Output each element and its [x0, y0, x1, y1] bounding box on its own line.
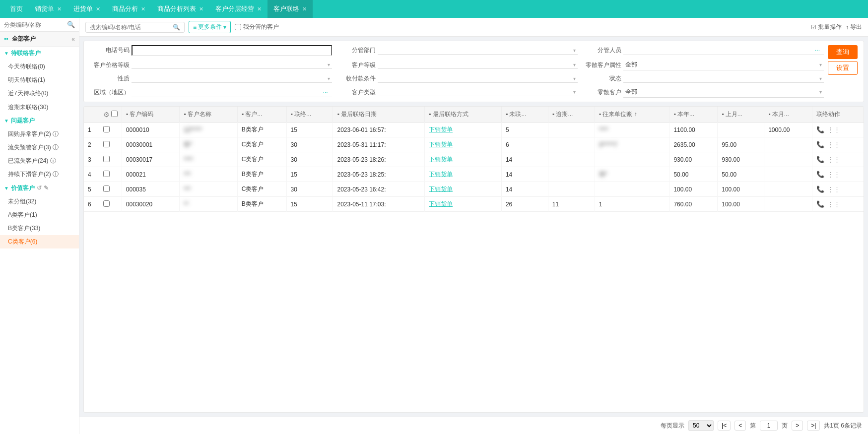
next-page-button[interactable]: > [792, 421, 803, 431]
set-button[interactable]: 设置 [828, 61, 858, 75]
col-checkbox[interactable]: ⚙ [99, 107, 122, 123]
sidebar-item-tomorrow[interactable]: 明天待联络(1) [0, 73, 79, 87]
nav-customer-contact[interactable]: 客户联络 ✕ [267, 0, 313, 18]
cell-checkbox[interactable] [99, 182, 122, 197]
row-checkbox[interactable] [103, 156, 110, 162]
sidebar-search-input[interactable] [4, 21, 67, 28]
sidebar-item-a-class[interactable]: A类客户(1) [0, 208, 79, 222]
sidebar-item-today[interactable]: 今天待联络(0) [0, 60, 79, 73]
contact-icon[interactable]: 📞 [816, 186, 824, 193]
filter-payment-select[interactable]: ▾ [378, 75, 578, 83]
first-page-button[interactable]: |< [718, 421, 731, 431]
nav-home[interactable]: 首页 [4, 0, 29, 18]
cell-no: 1 [84, 123, 99, 137]
row-checkbox[interactable] [103, 186, 110, 192]
row-checkbox[interactable] [103, 200, 110, 207]
manager-ellipsis-button[interactable]: ··· [813, 47, 822, 54]
last-method-link[interactable]: 下销货单 [429, 171, 453, 178]
filter-dept-select[interactable]: ▾ [378, 47, 578, 55]
cell-last-method[interactable]: 下销货单 [425, 137, 502, 152]
contact-icon[interactable]: 📞 [816, 200, 824, 208]
cell-last-method[interactable]: 下销货单 [425, 123, 502, 137]
last-method-link[interactable]: 下销货单 [429, 141, 453, 148]
nav-sales-order[interactable]: 销货单 ✕ [29, 0, 67, 18]
nav-product-analysis[interactable]: 商品分析 ✕ [106, 0, 151, 18]
cell-last-method[interactable]: 下销货单 [425, 197, 502, 212]
filter-customer-type-select[interactable]: ▾ [378, 88, 578, 96]
refresh-icon[interactable]: ↺ [37, 185, 42, 191]
search-input[interactable] [90, 24, 173, 31]
collapse-icon[interactable]: « [71, 36, 75, 43]
contact-icon[interactable]: 📞 [816, 141, 824, 148]
more-action-icon[interactable]: ⋮⋮ [827, 126, 840, 133]
more-action-icon[interactable]: ⋮⋮ [827, 156, 840, 163]
sidebar-item-repurchase-abnormal[interactable]: 回购异常客户(2) ⓘ [0, 127, 79, 141]
per-page-select[interactable]: 50 100 [688, 420, 714, 431]
cell-last-method[interactable]: 下销货单 [425, 152, 502, 167]
select-all-checkbox[interactable] [111, 111, 118, 117]
cell-last-method[interactable]: 下销货单 [425, 167, 502, 182]
nav-customer-tier[interactable]: 客户分层经营 ✕ [209, 0, 267, 18]
sidebar-item-ungrouped[interactable]: 未分组(32) [0, 195, 79, 208]
cell-last-method[interactable]: 下销货单 [425, 182, 502, 197]
filter-customer-level-select[interactable]: ▾ [378, 61, 578, 69]
close-icon[interactable]: ✕ [96, 6, 100, 12]
nav-product-list[interactable]: 商品分析列表 ✕ [151, 0, 209, 18]
more-action-icon[interactable]: ⋮⋮ [827, 186, 840, 193]
row-checkbox[interactable] [103, 141, 110, 147]
cell-type: B类客户 [237, 167, 286, 182]
sidebar-item-overdue[interactable]: 逾期未联络(30) [0, 101, 79, 114]
sidebar-item-7days[interactable]: 近7天待联络(0) [0, 87, 79, 100]
last-method-link[interactable]: 下销货单 [429, 156, 453, 163]
prev-page-button[interactable]: < [734, 421, 746, 431]
filter-status-select[interactable]: ▾ [623, 75, 824, 83]
more-action-icon[interactable]: ⋮⋮ [827, 171, 840, 178]
more-action-icon[interactable]: ⋮⋮ [827, 141, 840, 148]
more-filter-button[interactable]: ≡ 更多条件 ▾ [189, 21, 231, 33]
cell-last-month: 95.00 [718, 137, 764, 152]
cell-checkbox[interactable] [99, 167, 122, 182]
filter-phone-input[interactable] [132, 45, 332, 56]
my-customers-checkbox[interactable] [235, 24, 241, 30]
my-customers-checkbox-label[interactable]: 我分管的客户 [235, 23, 279, 31]
batch-op-button[interactable]: ☑ 批量操作 [811, 23, 842, 31]
last-method-link[interactable]: 下销货单 [429, 186, 453, 192]
query-button[interactable]: 查询 [828, 45, 858, 59]
close-icon[interactable]: ✕ [199, 6, 203, 12]
more-action-icon[interactable]: ⋮⋮ [827, 200, 840, 208]
row-checkbox[interactable] [103, 126, 110, 132]
page-input[interactable] [760, 421, 778, 431]
sidebar-item-b-class[interactable]: B类客户(33) [0, 222, 79, 235]
sidebar-item-churn-warning[interactable]: 流失预警客户(3) ⓘ [0, 141, 79, 154]
cell-checkbox[interactable] [99, 137, 122, 152]
close-icon[interactable]: ✕ [257, 6, 262, 12]
cell-checkbox[interactable] [99, 152, 122, 167]
filter-retail-attr-select[interactable]: 全部 ▾ [623, 60, 824, 70]
cell-checkbox[interactable] [99, 197, 122, 212]
last-page-button[interactable]: >| [807, 421, 820, 431]
last-method-link[interactable]: 下销货单 [429, 126, 453, 133]
edit-icon[interactable]: ✎ [44, 185, 49, 191]
sidebar-item-churned[interactable]: 已流失客户(24) ⓘ [0, 154, 79, 168]
close-icon[interactable]: ✕ [302, 6, 307, 12]
close-icon[interactable]: ✕ [141, 6, 145, 12]
contact-icon[interactable]: 📞 [816, 126, 824, 133]
col-this-month: ▪ 本月... [764, 107, 812, 123]
cell-checkbox[interactable] [99, 123, 122, 137]
region-ellipsis-button[interactable]: ··· [321, 89, 330, 96]
contact-icon[interactable]: 📞 [816, 171, 824, 178]
last-method-link[interactable]: 下销货单 [429, 200, 453, 207]
row-checkbox[interactable] [103, 171, 110, 177]
filter-price-level-select[interactable]: ▾ [132, 61, 332, 69]
export-button[interactable]: ↑ 导出 [846, 23, 862, 31]
sidebar-all-customers[interactable]: ▪▪ 全部客户 « [0, 32, 79, 47]
filter-retail-customer-select[interactable]: 全部 ▾ [623, 87, 824, 98]
nav-purchase-order[interactable]: 进货单 ✕ [67, 0, 106, 18]
filter-nature-select[interactable]: ▾ [132, 75, 332, 83]
close-icon[interactable]: ✕ [57, 6, 62, 12]
contact-icon[interactable]: 📞 [816, 156, 824, 163]
sidebar-item-declining[interactable]: 持续下滑客户(2) ⓘ [0, 168, 79, 181]
gear-icon[interactable]: ⚙ [103, 111, 110, 119]
search-icon[interactable]: 🔍 [173, 24, 180, 31]
sidebar-item-c-class[interactable]: C类客户(6) [0, 235, 79, 248]
